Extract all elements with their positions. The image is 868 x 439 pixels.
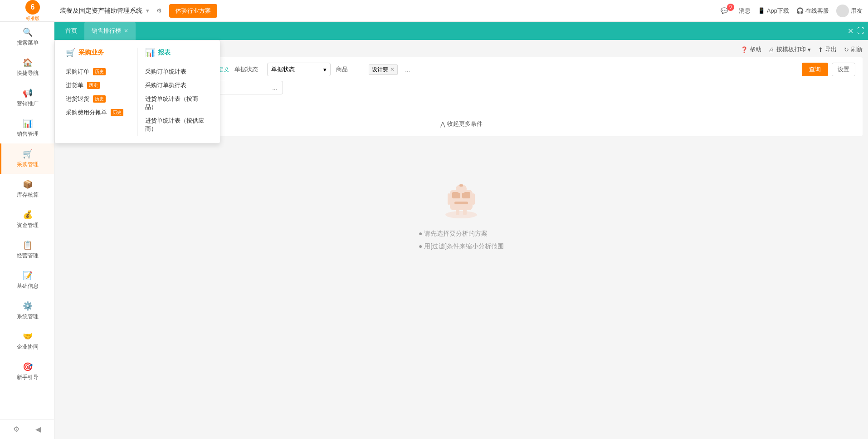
purchase-icon: 🛒 xyxy=(23,149,33,159)
menu-item-receipt-by-goods[interactable]: 进货单统计表（按商品） xyxy=(145,92,210,114)
salesperson-dots[interactable]: ... xyxy=(270,84,279,91)
tab-bar: 首页 销售排行榜 ✕ ✕ ⛶ xyxy=(54,22,868,40)
sidebar-item-quick[interactable]: 🏠 快捷导航 xyxy=(0,52,54,83)
tab-expand-icon[interactable]: ⛶ xyxy=(857,27,864,35)
reports-section-header: 📊 报表 xyxy=(145,48,210,59)
print-template-btn[interactable]: 🖨 按模板打印 ▾ xyxy=(769,45,811,54)
svg-rect-8 xyxy=(463,208,467,215)
goods-tag: 设计费 ✕ xyxy=(369,64,398,75)
reports-section: 📊 报表 采购订单统计表 采购订单执行表 进货单统计表（按商品） 进货单统计表（… xyxy=(141,48,213,136)
refresh-btn[interactable]: ↻ 刷新 xyxy=(844,45,863,54)
inventory-icon: 📦 xyxy=(23,179,33,189)
purchase-section-icon: 🛒 xyxy=(66,48,76,58)
sidebar: 🔍 搜索菜单 🏠 快捷导航 📢 营销推广 📊 销售管理 🛒 采购管理 📦 库存核… xyxy=(0,22,54,439)
tab-sales-rank[interactable]: 销售排行榜 ✕ xyxy=(84,22,136,40)
help-btn[interactable]: ❓ 帮助 xyxy=(741,45,761,54)
menu-item-purchase-receipt[interactable]: 进货单 历史 xyxy=(66,79,130,92)
online-service-action[interactable]: 🎧 在线客服 xyxy=(796,7,829,15)
tab-home[interactable]: 首页 xyxy=(58,22,84,40)
search-icon: 🔍 xyxy=(23,27,33,37)
menu-item-purchase-expense[interactable]: 采购费用分摊单 历史 xyxy=(66,106,130,119)
tab-close-all-icon[interactable]: ✕ xyxy=(848,27,853,35)
help-icon: ❓ xyxy=(741,46,748,53)
print-icon: 🖨 xyxy=(769,46,775,53)
purchase-section-header: 🛒 采购业务 xyxy=(66,48,130,59)
empty-state: ● 请先选择要分析的方案 ● 用[过滤]条件来缩小分析范围 xyxy=(60,140,863,289)
messages-action[interactable]: 💬 9 消息 xyxy=(721,7,751,15)
status-dropdown-icon: ▾ xyxy=(323,66,327,73)
sidebar-item-system[interactable]: ⚙️ 系统管理 xyxy=(0,296,54,326)
sidebar-collapse-btn[interactable]: ◀ xyxy=(35,425,41,434)
filter-actions: 查询 设置 xyxy=(802,63,855,76)
svg-point-0 xyxy=(445,211,477,218)
sidebar-item-inventory[interactable]: 📦 库存核算 xyxy=(0,174,54,204)
menu-item-order-exec[interactable]: 采购订单执行表 xyxy=(145,79,210,92)
reports-section-icon: 📊 xyxy=(145,48,155,58)
empty-illustration xyxy=(439,176,484,222)
svg-rect-6 xyxy=(472,193,475,205)
settings-button[interactable]: 设置 xyxy=(832,63,855,76)
menu-item-order-stats[interactable]: 采购订单统计表 xyxy=(145,65,210,79)
menu-item-receipt-by-supplier[interactable]: 进货单统计表（按供应商） xyxy=(145,114,210,136)
home-icon: 🏠 xyxy=(23,58,33,68)
sidebar-settings-btn[interactable]: ⚙ xyxy=(13,425,20,434)
system-icon: ⚙️ xyxy=(23,301,33,311)
enterprise-icon: 🤝 xyxy=(23,331,33,341)
svg-rect-5 xyxy=(448,193,450,205)
finance-icon: 💰 xyxy=(23,210,33,220)
menu-item-purchase-order[interactable]: 采购订单 历史 xyxy=(66,65,130,79)
sidebar-item-enterprise[interactable]: 🤝 企业协同 xyxy=(0,326,54,356)
status-label: 单据状态 xyxy=(234,65,262,74)
logo-area: 6 标准版 xyxy=(5,0,60,22)
sidebar-bottom: ⚙ ◀ xyxy=(0,419,54,439)
base-icon: 📝 xyxy=(23,271,33,281)
history-badge-3: 历史 xyxy=(111,109,123,116)
system-title: 装餐及固定资产辅助管理系统 xyxy=(60,7,142,15)
sidebar-item-purchase[interactable]: 🛒 采购管理 xyxy=(0,143,54,174)
header-middle: 装餐及固定资产辅助管理系统 ▾ ⚙ 体验行业方案 xyxy=(60,4,721,18)
phone-icon: 📱 xyxy=(758,7,765,14)
user-action[interactable]: 用友 xyxy=(836,5,863,17)
sidebar-item-marketing[interactable]: 📢 营销推广 xyxy=(0,83,54,113)
user-avatar xyxy=(836,5,849,17)
history-badge-0: 历史 xyxy=(93,68,106,75)
headset-icon: 🎧 xyxy=(796,7,804,14)
print-dropdown-icon: ▾ xyxy=(808,46,811,53)
message-badge: 9 xyxy=(727,4,734,11)
purchase-dropdown-menu: 🛒 采购业务 采购订单 历史 进货单 历史 进货退货 历史 采购费用分摊单 历史… xyxy=(54,40,220,143)
goods-dots-btn[interactable]: ... xyxy=(403,66,412,73)
goods-tag-close[interactable]: ✕ xyxy=(390,66,395,73)
history-badge-1: 历史 xyxy=(87,82,100,89)
logo-icon: 6 xyxy=(25,0,40,15)
svg-rect-10 xyxy=(459,184,463,187)
menu-item-purchase-return[interactable]: 进货退货 历史 xyxy=(66,92,130,106)
export-icon: ⬆ xyxy=(818,46,823,53)
history-badge-2: 历史 xyxy=(93,95,106,103)
sidebar-item-guide[interactable]: 🎯 新手引导 xyxy=(0,356,54,387)
system-dropdown-arrow[interactable]: ▾ xyxy=(146,7,149,14)
svg-rect-4 xyxy=(454,202,468,204)
operations-icon: 📋 xyxy=(23,240,33,250)
export-btn[interactable]: ⬆ 导出 xyxy=(818,45,837,54)
status-select[interactable]: 单据状态 ▾ xyxy=(267,63,331,76)
purchase-business-section: 🛒 采购业务 采购订单 历史 进货单 历史 进货退货 历史 采购费用分摊单 历史 xyxy=(62,48,134,136)
collapse-arrow-icon: ⋀ xyxy=(440,121,445,128)
guide-icon: 🎯 xyxy=(23,362,33,372)
sidebar-item-finance[interactable]: 💰 资金管理 xyxy=(0,204,54,235)
marketing-icon: 📢 xyxy=(23,88,33,98)
logo-text: 标准版 xyxy=(26,15,39,22)
industry-button[interactable]: 体验行业方案 xyxy=(169,4,217,18)
sales-icon: 📊 xyxy=(23,118,33,128)
sidebar-item-search[interactable]: 🔍 搜索菜单 xyxy=(0,22,54,52)
app-download-action[interactable]: 📱 App下载 xyxy=(758,7,789,15)
settings-icon-btn[interactable]: ⚙ xyxy=(153,5,166,17)
tab-bar-right: ✕ ⛶ xyxy=(848,27,864,35)
sidebar-item-sales[interactable]: 📊 销售管理 xyxy=(0,113,54,143)
sidebar-item-operations[interactable]: 📋 经营管理 xyxy=(0,235,54,265)
sidebar-item-base[interactable]: 📝 基础信息 xyxy=(0,265,54,296)
svg-rect-7 xyxy=(456,208,459,215)
header-right: 💬 9 消息 📱 App下载 🎧 在线客服 用友 xyxy=(721,5,863,17)
goods-label: 商品 xyxy=(336,65,363,74)
query-button[interactable]: 查询 xyxy=(802,63,828,76)
tab-close-icon[interactable]: ✕ xyxy=(124,28,128,34)
